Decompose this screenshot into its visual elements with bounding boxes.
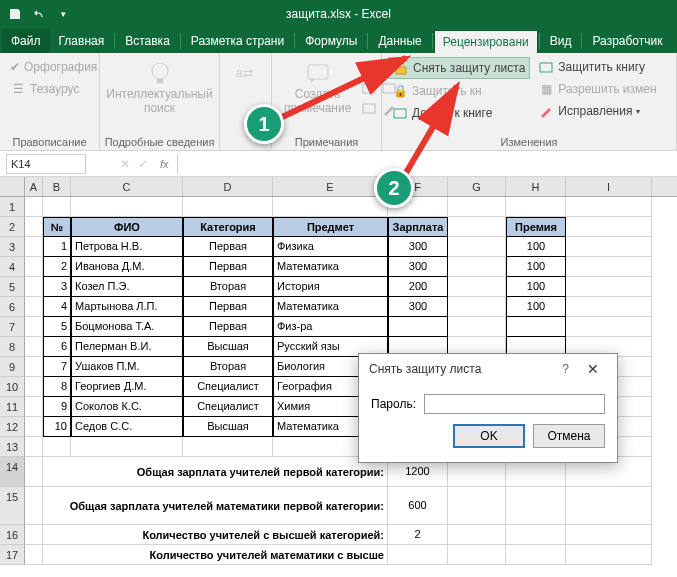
cell[interactable]: Высшая [183,417,273,437]
track-changes-button[interactable]: Исправления ▾ [534,101,660,121]
cell[interactable]: Вторая [183,277,273,297]
cell[interactable]: 2 [43,257,71,277]
row-header[interactable]: 10 [0,377,25,397]
cell[interactable]: Категория [183,217,273,237]
cell[interactable]: 7 [43,357,71,377]
allow-edit-ranges-button[interactable]: ▦Разрешить измен [534,79,660,99]
summary-value[interactable] [388,545,448,565]
cell[interactable] [566,277,652,297]
cell[interactable] [566,525,652,545]
cell[interactable] [448,217,506,237]
cell[interactable] [71,197,183,217]
row-header[interactable]: 2 [0,217,25,237]
col-header[interactable]: E [273,177,388,196]
password-input[interactable] [424,394,605,414]
tab-file[interactable]: Файл [2,29,50,53]
cell[interactable]: Физика [273,237,388,257]
ok-button[interactable]: OK [453,424,525,448]
cell[interactable]: 9 [43,397,71,417]
cell[interactable]: 100 [506,297,566,317]
name-box[interactable]: K14 [6,154,86,174]
row-header[interactable]: 11 [0,397,25,417]
cell[interactable] [566,237,652,257]
summary-value[interactable]: 2 [388,525,448,545]
cell[interactable] [43,197,71,217]
cell[interactable]: 200 [388,277,448,297]
cell[interactable] [183,437,273,457]
cell[interactable]: 100 [506,237,566,257]
protect-share-button[interactable]: Защитить книгу [534,57,660,77]
cell[interactable]: 1 [43,237,71,257]
cell[interactable] [25,317,43,337]
cell[interactable]: 100 [506,257,566,277]
cell[interactable] [448,297,506,317]
cell[interactable]: 300 [388,297,448,317]
cell[interactable]: Физ-ра [273,317,388,337]
cell[interactable]: 10 [43,417,71,437]
cell[interactable]: 300 [388,257,448,277]
cell[interactable]: Первая [183,317,273,337]
cell[interactable] [566,217,652,237]
summary-value[interactable]: 600 [388,487,448,525]
cell[interactable] [448,237,506,257]
tab-Разработчик[interactable]: Разработчик [583,29,671,53]
cell[interactable] [566,545,652,565]
cell[interactable] [25,197,43,217]
cell[interactable] [448,525,506,545]
cell[interactable] [25,217,43,237]
cell[interactable] [25,487,43,525]
cell[interactable] [506,525,566,545]
cell[interactable]: Специалист [183,397,273,417]
cell[interactable]: Иванова Д.М. [71,257,183,277]
cell[interactable] [25,297,43,317]
cell[interactable] [448,197,506,217]
cell[interactable] [388,317,448,337]
enter-icon[interactable]: ✓ [134,157,152,171]
cell[interactable]: Предмет [273,217,388,237]
cell[interactable] [25,397,43,417]
cell[interactable]: Специалист [183,377,273,397]
close-icon[interactable]: ✕ [579,361,607,377]
cell[interactable] [25,337,43,357]
tab-Главная[interactable]: Главная [50,29,114,53]
cell[interactable]: Первая [183,297,273,317]
cell[interactable] [25,257,43,277]
cancel-button[interactable]: Отмена [533,424,605,448]
cell[interactable]: 3 [43,277,71,297]
cell[interactable] [183,197,273,217]
cell[interactable]: Первая [183,257,273,277]
cell[interactable] [25,417,43,437]
summary-label[interactable]: Количество учителей с высшей категорией: [43,525,388,545]
cell[interactable] [25,237,43,257]
row-header[interactable]: 8 [0,337,25,357]
cell[interactable] [448,317,506,337]
save-icon[interactable] [4,3,26,25]
cell[interactable]: 8 [43,377,71,397]
col-header[interactable]: C [71,177,183,196]
cell[interactable]: Математика [273,297,388,317]
cell[interactable]: Высшая [183,337,273,357]
cell[interactable]: История [273,277,388,297]
cell[interactable] [71,437,183,457]
tab-Рецензировани[interactable]: Рецензировани [434,30,538,53]
row-header[interactable]: 7 [0,317,25,337]
row-header[interactable]: 16 [0,525,25,545]
fx-icon[interactable]: fx [152,158,177,170]
cell[interactable] [566,257,652,277]
col-header[interactable]: H [506,177,566,196]
row-header[interactable]: 5 [0,277,25,297]
tab-Вид[interactable]: Вид [541,29,581,53]
cell[interactable] [25,545,43,565]
translate-button[interactable]: a⇄ [226,57,265,89]
tab-help[interactable]: ☺ Помощн [673,29,677,53]
cell[interactable]: Седов С.С. [71,417,183,437]
help-icon[interactable]: ? [552,362,579,376]
cell[interactable]: Петрова Н.В. [71,237,183,257]
row-header[interactable]: 17 [0,545,25,565]
cell[interactable]: Зарплата [388,217,448,237]
summary-label[interactable]: Общая зарплата учителей математики перво… [43,487,388,525]
undo-icon[interactable] [28,3,50,25]
row-header[interactable]: 4 [0,257,25,277]
cell[interactable] [448,487,506,525]
cell[interactable]: Соколов К.С. [71,397,183,417]
